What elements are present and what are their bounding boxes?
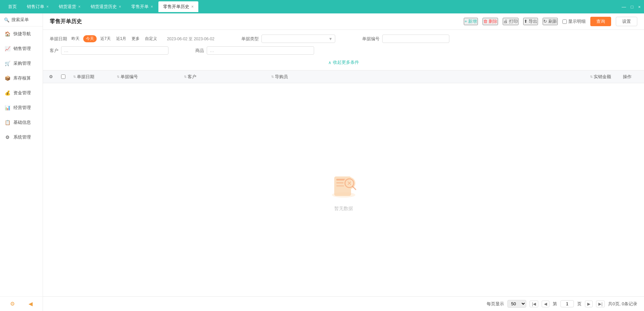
main-layout: 🔍 搜索采单 🏠快捷导航📈销售管理🛒采购管理📦库存核算💰资金管理📊经营管理📋基础… — [0, 13, 644, 311]
nav-tab-销售订单[interactable]: 销售订单× — [22, 1, 53, 12]
th-sort-amount-icon[interactable]: ⇅ — [590, 75, 593, 79]
more-btn[interactable]: 更多 — [130, 35, 141, 42]
sidebar-item-基础信息[interactable]: 📋基础信息 — [0, 115, 43, 130]
last-page-btn[interactable]: ▶| — [596, 301, 605, 307]
nav-tab-首页[interactable]: 首页 — [3, 1, 21, 12]
collapse-label: 收起更多条件 — [333, 59, 359, 65]
prev-page-btn[interactable]: ◀ — [542, 301, 549, 307]
no-input[interactable] — [382, 35, 449, 43]
th-amount: ⇅ 实销金额 — [567, 74, 614, 80]
close-tab-icon[interactable]: × — [46, 4, 49, 9]
date-range-display: 2023-06-02 至 2023-06-02 — [167, 36, 214, 42]
page-number-input[interactable] — [560, 300, 574, 307]
select-all-checkbox[interactable] — [61, 74, 65, 79]
close-tab-icon[interactable]: × — [119, 4, 121, 9]
th-sort-client-icon[interactable]: ⇅ — [184, 75, 187, 79]
display-detail-label: 显示明细 — [568, 18, 586, 24]
sidebar-icon: ⚙ — [4, 134, 11, 141]
th-date: ⇅ 单据日期 — [70, 74, 114, 80]
empty-illustration — [327, 168, 360, 202]
client-filter: 客户 … — [50, 46, 168, 55]
sidebar-item-销售管理[interactable]: 📈销售管理 — [0, 41, 43, 56]
th-client: ⇅ 客户 — [181, 74, 268, 80]
nav-tab-零售开单历史[interactable]: 零售开单历史× — [158, 1, 198, 12]
yesterday-btn[interactable]: 昨天 — [70, 35, 81, 42]
collapse-filters-btn[interactable]: ∧ 收起更多条件 — [50, 58, 637, 67]
filter-row-2: 客户 … 商品 … — [50, 46, 637, 55]
per-page-label: 每页显示 — [487, 301, 504, 307]
type-filter: 单据类型 ▼ — [241, 35, 335, 43]
display-detail-toggle[interactable]: 显示明细 — [562, 18, 586, 24]
sidebar-item-label: 快捷导航 — [13, 31, 31, 37]
nav-tab-零售开单[interactable]: 零售开单× — [127, 1, 158, 12]
client-input[interactable]: … — [61, 46, 168, 55]
th-guide: ⇅ 导购员 — [268, 74, 309, 80]
sidebar-item-label: 基础信息 — [13, 119, 31, 125]
sidebar-item-采购管理[interactable]: 🛒采购管理 — [0, 56, 43, 71]
sidebar-icon: 💰 — [4, 90, 11, 96]
sidebar-item-label: 系统管理 — [13, 134, 31, 140]
no-filter: 单据编号 — [362, 35, 449, 43]
toolbar-actions: + 新增 🗑 删除 🖨 打印 ⬆ 导出 ↻ 刷新 显示明细 查询 设置 — [464, 17, 637, 26]
th-checkbox[interactable] — [58, 74, 70, 79]
close-tab-icon[interactable]: × — [151, 4, 153, 9]
th-op: 操作 — [614, 74, 641, 80]
add-button[interactable]: + 新增 — [464, 18, 478, 25]
content-area: 零售开单历史 + 新增 🗑 删除 🖨 打印 ⬆ 导出 ↻ 刷新 显示明细 查询 … — [43, 13, 644, 311]
close-tab-icon[interactable]: × — [78, 4, 81, 9]
delete-button[interactable]: 🗑 删除 — [483, 18, 498, 25]
query-button[interactable]: 查询 — [590, 17, 611, 26]
th-settings[interactable]: ⚙ — [46, 74, 58, 79]
page-prefix-label: 第 — [553, 301, 557, 307]
sidebar-item-label: 资金管理 — [13, 90, 31, 96]
sidebar-icon: 🏠 — [4, 31, 11, 37]
restore-btn[interactable]: □ — [631, 4, 634, 9]
no-label: 单据编号 — [362, 36, 380, 42]
th-sort-guide-icon[interactable]: ⇅ — [271, 75, 274, 79]
last-month-btn[interactable]: 近1月 — [114, 35, 128, 42]
sidebar-item-资金管理[interactable]: 💰资金管理 — [0, 86, 43, 100]
page-title: 零售开单历史 — [50, 18, 82, 25]
nav-tabs: 首页销售订单×销货退货×销货退货历史×零售开单×零售开单历史× — [3, 1, 622, 12]
minimize-btn[interactable]: — — [622, 4, 626, 9]
table-area: ⚙ ⇅ 单据日期 ⇅ 单据编号 ⇅ 客户 ⇅ 导购员 — [43, 70, 644, 296]
print-button[interactable]: 🖨 打印 — [503, 18, 518, 25]
th-sort-date-icon[interactable]: ⇅ — [73, 75, 76, 79]
next-page-btn[interactable]: ▶ — [585, 301, 593, 307]
goods-filter: 商品 … — [195, 46, 314, 55]
search-bill-btn[interactable]: 🔍 搜索采单 — [0, 13, 43, 27]
th-sort-no-icon[interactable]: ⇅ — [117, 75, 119, 79]
custom-btn[interactable]: 自定义 — [143, 35, 159, 42]
first-page-btn[interactable]: |◀ — [530, 301, 538, 307]
close-btn[interactable]: × — [638, 4, 641, 9]
export-button[interactable]: ⬆ 导出 — [523, 18, 538, 25]
client-label: 客户 — [50, 48, 58, 54]
nav-tab-销货退货历史[interactable]: 销货退货历史× — [86, 1, 126, 12]
pagination-summary: 共0页, 0条记录 — [608, 301, 637, 307]
sidebar-bottom: ⚙ ◀ — [0, 296, 43, 311]
goods-input[interactable]: … — [207, 46, 314, 55]
sidebar-icon: 📊 — [4, 104, 11, 111]
type-label: 单据类型 — [241, 36, 259, 42]
close-tab-icon[interactable]: × — [191, 4, 194, 9]
sidebar-item-经营管理[interactable]: 📊经营管理 — [0, 100, 43, 115]
sidebar-item-库存核算[interactable]: 📦库存核算 — [0, 71, 43, 86]
sidebar-icon: 📈 — [4, 45, 11, 52]
nav-tab-销货退货[interactable]: 销货退货× — [54, 1, 85, 12]
today-btn[interactable]: 今天 — [83, 35, 97, 42]
sidebar-item-快捷导航[interactable]: 🏠快捷导航 — [0, 27, 43, 41]
th-no-label: 单据编号 — [120, 74, 138, 80]
sidebar: 🔍 搜索采单 🏠快捷导航📈销售管理🛒采购管理📦库存核算💰资金管理📊经营管理📋基础… — [0, 13, 43, 311]
page-header: 零售开单历史 + 新增 🗑 删除 🖨 打印 ⬆ 导出 ↻ 刷新 显示明细 查询 … — [43, 13, 644, 30]
refresh-button[interactable]: ↻ 刷新 — [543, 18, 558, 25]
collapse-sidebar-icon[interactable]: ◀ — [29, 301, 33, 307]
settings-icon[interactable]: ⚙ — [10, 301, 15, 307]
setting-button[interactable]: 设置 — [616, 17, 637, 26]
sidebar-item-系统管理[interactable]: ⚙系统管理 — [0, 130, 43, 145]
per-page-select[interactable]: 50 100 200 — [507, 300, 526, 308]
goods-dots: … — [210, 48, 214, 53]
last7-btn[interactable]: 近7天 — [99, 35, 112, 42]
top-nav-bar: 首页销售订单×销货退货×销货退货历史×零售开单×零售开单历史× — □ × — [0, 0, 644, 13]
type-select[interactable] — [261, 35, 335, 43]
display-detail-checkbox[interactable] — [562, 19, 567, 24]
